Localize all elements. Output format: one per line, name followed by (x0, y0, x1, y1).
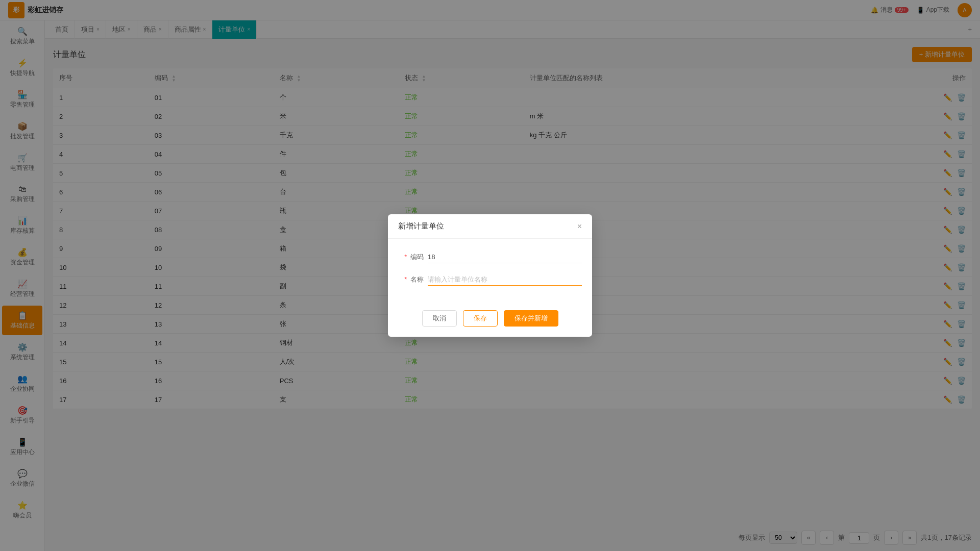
modal-title: 新增计量单位 (398, 221, 444, 231)
modal-overlay: 新增计量单位 × * 编码 * 名称 取消 保存 保存并新增 (0, 0, 980, 551)
code-required-mark: * (404, 253, 407, 261)
save-button[interactable]: 保存 (463, 310, 498, 327)
save-add-button[interactable]: 保存并新增 (504, 310, 558, 327)
code-input[interactable] (428, 251, 582, 263)
name-label: * 名称 (398, 275, 424, 284)
modal-header: 新增计量单位 × (388, 214, 592, 239)
add-unit-modal: 新增计量单位 × * 编码 * 名称 取消 保存 保存并新增 (388, 214, 592, 337)
code-label: * 编码 (398, 253, 424, 262)
form-row-name: * 名称 (398, 273, 582, 286)
form-row-code: * 编码 (398, 251, 582, 263)
modal-footer: 取消 保存 保存并新增 (388, 304, 592, 337)
cancel-button[interactable]: 取消 (422, 310, 457, 327)
modal-close-btn[interactable]: × (577, 222, 582, 231)
modal-body: * 编码 * 名称 (388, 239, 592, 304)
name-input[interactable] (428, 273, 582, 286)
name-required-mark: * (404, 276, 407, 283)
